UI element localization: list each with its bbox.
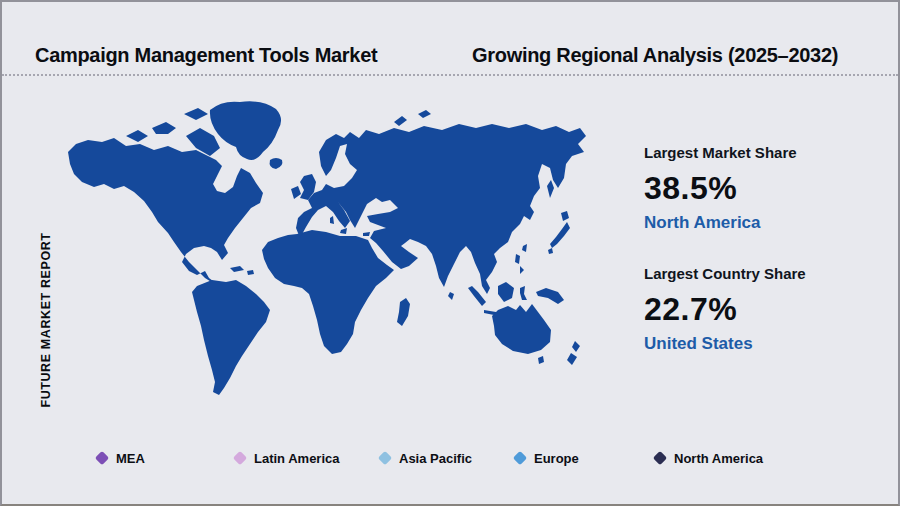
stat-market-share-region: North America: [644, 213, 894, 233]
map-australia: [492, 304, 551, 354]
map-iceland: [270, 158, 283, 169]
legend-label-mea: MEA: [116, 451, 145, 466]
stat-country-share-region: United States: [644, 334, 894, 354]
map-caribbean: [230, 266, 254, 275]
stat-market-share-value: 38.5%: [644, 170, 894, 207]
stat-country-share-label: Largest Country Share: [644, 265, 894, 282]
header-divider: [2, 74, 898, 76]
world-map-svg: [64, 94, 604, 406]
stat-country-share-value: 22.7%: [644, 291, 894, 328]
map-new-zealand: [567, 341, 580, 365]
stat-country-share: Largest Country Share 22.7% United State…: [644, 265, 894, 354]
map-japan: [548, 211, 570, 254]
page-title: Campaign Management Tools Market: [35, 44, 377, 67]
europe-diamond-icon: [513, 451, 527, 465]
map-greenland: [210, 101, 281, 160]
map-sakhalin: [547, 180, 554, 198]
brand-vertical-text: FUTURE MARKET REPORT: [39, 232, 53, 407]
north-america-diamond-icon: [653, 451, 667, 465]
map-novaya-zemlya: [394, 110, 431, 126]
map-north-america: [68, 138, 263, 302]
map-madagascar: [397, 298, 410, 326]
stat-market-share: Largest Market Share 38.5% North America: [644, 144, 894, 233]
world-map: [64, 94, 604, 406]
legend-item-asia-pacific: Asia Pacific: [380, 449, 472, 467]
latin-america-diamond-icon: [233, 451, 247, 465]
mea-diamond-icon: [95, 451, 109, 465]
map-taiwan: [522, 244, 527, 252]
stat-market-share-label: Largest Market Share: [644, 144, 894, 161]
asia-pacific-diamond-icon: [378, 451, 392, 465]
map-africa: [262, 230, 394, 354]
legend-label-europe: Europe: [534, 451, 579, 466]
page-subtitle: Growing Regional Analysis (2025–2032): [472, 44, 838, 67]
legend-item-europe: Europe: [515, 449, 579, 467]
legend-item-north-america: North America: [655, 449, 763, 467]
infographic-canvas: Campaign Management Tools Market Growing…: [0, 0, 900, 506]
map-south-america: [192, 280, 270, 395]
map-sri-lanka: [448, 292, 454, 300]
legend-item-mea: MEA: [97, 449, 145, 467]
map-tasmania: [538, 356, 544, 364]
map-philippines: [515, 254, 524, 274]
legend-label-north-america: North America: [674, 451, 763, 466]
world-landmasses: [68, 101, 586, 395]
legend-label-latin-america: Latin America: [254, 451, 340, 466]
legend-label-asia-pacific: Asia Pacific: [399, 451, 472, 466]
legend-item-latin-america: Latin America: [235, 449, 340, 467]
